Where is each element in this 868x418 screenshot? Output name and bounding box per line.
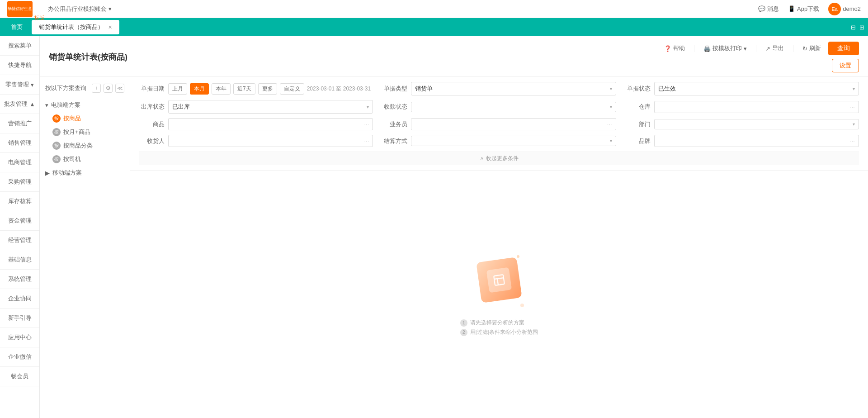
staff-input[interactable]: ··· (411, 118, 616, 130)
brand-input[interactable]: ··· (654, 135, 859, 147)
filter-child-by-driver[interactable]: 按 按司机 (40, 152, 130, 166)
sidebar-item-newbie[interactable]: 新手引导 (0, 309, 39, 328)
sidebar-item-system[interactable]: 系统管理 (0, 270, 39, 289)
edit-scheme-button[interactable]: ⚙ (104, 84, 113, 93)
date-btn-last-month[interactable]: 上月 (168, 83, 187, 95)
doctype-select[interactable]: 销货单 ▾ (411, 82, 616, 95)
refresh-button[interactable]: ↻ 刷新 (799, 43, 825, 54)
filter-parent-mobile[interactable]: ▶ 移动端方案 (40, 166, 130, 180)
filter-docstatus-item: 单据状态 已生效 ▾ (625, 82, 859, 95)
payment-control: ▾ (411, 102, 616, 112)
tab-home[interactable]: 首页 (4, 20, 30, 34)
sidebar-item-inventory[interactable]: 库存核算 (0, 192, 39, 211)
date-btn-custom[interactable]: 自定义 (280, 83, 304, 95)
sidebar-item-sales[interactable]: 销售管理 (0, 133, 39, 153)
filter-date-item: 单据日期 上月 本月 本年 近7天 更多 自定义 2023-03-01 至 20… (139, 83, 373, 95)
sidebar-item-apps[interactable]: 应用中心 (0, 328, 39, 347)
sidebar-item-purchase[interactable]: 采购管理 (0, 172, 39, 192)
message-icon: 💬 (758, 5, 765, 12)
sidebar-item-enterprise[interactable]: 企业协同 (0, 289, 39, 309)
add-scheme-button[interactable]: + (92, 84, 101, 93)
tab-sales-stat[interactable]: 销货单统计表（按商品） ✕ (32, 20, 119, 34)
collapse-bar[interactable]: ∧ 收起更多条件 (139, 152, 859, 165)
payment-label: 收款状态 (382, 103, 411, 111)
doctype-chevron-icon: ▾ (610, 86, 612, 91)
doctype-control: 销货单 ▾ (411, 82, 616, 95)
payment-method-select[interactable]: ▾ (411, 136, 616, 146)
chevron-down-icon: ▾ (108, 5, 112, 12)
empty-hints: 1 请先选择要分析的方案 2 用[过滤]条件来缩小分析范围 (460, 319, 538, 336)
collapse-scheme-button[interactable]: ≪ (115, 84, 124, 93)
empty-box (476, 257, 522, 303)
data-area: 1 请先选择要分析的方案 2 用[过滤]条件来缩小分析范围 (130, 171, 868, 418)
sidebar-item-ecommerce[interactable]: 电商管理 (0, 153, 39, 172)
export-icon: ↗ (765, 45, 770, 52)
page-header: 销货单统计表(按商品) ❓ 帮助 🖨️ 按模板打印 ▾ (40, 36, 868, 76)
outstatus-select[interactable]: 已出库 ▾ (168, 100, 373, 114)
chevron-up-icon: ▲ (29, 101, 35, 108)
filter-sidebar-header-actions: + ⚙ ≪ (92, 84, 124, 93)
filter-parent-desktop[interactable]: ▾ 电脑端方案 (40, 98, 130, 112)
hint-item-1: 1 请先选择要分析的方案 (460, 319, 524, 327)
print-button[interactable]: 🖨️ 按模板打印 ▾ (700, 43, 750, 54)
close-tab-icon[interactable]: ✕ (108, 24, 112, 30)
help-icon: ❓ (664, 45, 671, 52)
date-btn-7days[interactable]: 近7天 (233, 83, 255, 95)
goods-input[interactable]: ··· (168, 118, 373, 130)
filter-child-by-goods[interactable]: 按 按商品 (40, 112, 130, 125)
svg-line-1 (494, 278, 504, 279)
outstatus-label: 出库状态 (139, 103, 168, 111)
filter-child-by-month-goods[interactable]: 按 按月+商品 (40, 125, 130, 139)
receiver-dots-icon[interactable]: ··· (364, 138, 369, 144)
filter-sidebar-header: 按以下方案查询 + ⚙ ≪ (40, 80, 130, 96)
user-menu[interactable]: Ea demo2 (828, 3, 861, 15)
message-button[interactable]: 💬 消息 (758, 5, 779, 13)
export-button[interactable]: ↗ 导出 (762, 43, 788, 54)
docstatus-select[interactable]: 已生效 ▾ (654, 82, 859, 95)
help-button[interactable]: ❓ 帮助 (660, 43, 689, 54)
app-download-button[interactable]: 📱 App下载 (788, 5, 819, 13)
warehouse-input[interactable]: ··· (654, 101, 859, 113)
print-icon: 🖨️ (703, 45, 711, 52)
date-btn-more[interactable]: 更多 (258, 83, 277, 95)
date-btn-this-month[interactable]: 本月 (190, 83, 209, 95)
warehouse-dots-icon[interactable]: ··· (850, 104, 855, 110)
date-btn-this-year[interactable]: 本年 (212, 83, 231, 95)
brand-dots-icon[interactable]: ··· (850, 138, 855, 144)
hint-num-1: 1 (460, 319, 467, 327)
warehouse-label: 仓库 (625, 103, 654, 111)
sidebar-item-wechat[interactable]: 企业微信 (0, 347, 39, 367)
sidebar-item-shortcuts[interactable]: 快捷导航 (0, 56, 39, 75)
sidebar-item-basic[interactable]: 基础信息 (0, 250, 39, 270)
payment-select[interactable]: ▾ (411, 102, 616, 112)
filter-child-month-goods-label: 按月+商品 (63, 128, 90, 136)
sidebar-item-member[interactable]: 畅会员 (0, 367, 39, 386)
query-button[interactable]: 查询 (828, 42, 859, 55)
date-group: 上月 本月 本年 近7天 更多 自定义 2023-03-01 至 2023-03… (168, 83, 373, 95)
sidebar-item-finance[interactable]: 资金管理 (0, 211, 39, 231)
minimize-icon[interactable]: ⊟ (851, 24, 856, 31)
sidebar-item-search[interactable]: 搜索菜单 (0, 36, 39, 56)
svg-rect-0 (494, 275, 505, 285)
sidebar-item-wholesale[interactable]: 批发管理 ▲ (0, 95, 39, 114)
hint-item-2: 2 用[过滤]条件来缩小分析范围 (460, 328, 538, 336)
filter-row-4: 收货人 ··· 结算方式 (139, 135, 859, 147)
topbar-right: 💬 消息 📱 App下载 Ea demo2 (758, 3, 861, 15)
sidebar-item-marketing[interactable]: 营销推广 (0, 114, 39, 133)
filter-child-by-category[interactable]: 按 按商品分类 (40, 139, 130, 152)
sidebar-item-operation[interactable]: 经营管理 (0, 231, 39, 250)
settings-button[interactable]: 设置 (832, 59, 859, 72)
receiver-input[interactable]: ··· (168, 135, 373, 147)
filter-form: 单据日期 上月 本月 本年 近7天 更多 自定义 2023-03-01 至 20… (130, 76, 868, 171)
filter-doctype-item: 单据类型 销货单 ▾ (382, 82, 616, 95)
docstatus-value: 已生效 (658, 85, 853, 93)
goods-dots-icon[interactable]: ··· (364, 121, 369, 128)
sidebar-item-retail[interactable]: 零售管理 ▾ (0, 75, 39, 95)
filter-staff-item: 业务员 ··· (382, 118, 616, 130)
maximize-icon[interactable]: ⊞ (859, 24, 864, 31)
dept-select[interactable]: ▾ (654, 119, 859, 129)
goods-label: 商品 (139, 120, 168, 128)
payment-method-label: 结算方式 (382, 137, 411, 145)
industry-selector[interactable]: 办公用品行业模拟账套 ▾ (48, 5, 112, 13)
staff-dots-icon[interactable]: ··· (607, 121, 612, 128)
